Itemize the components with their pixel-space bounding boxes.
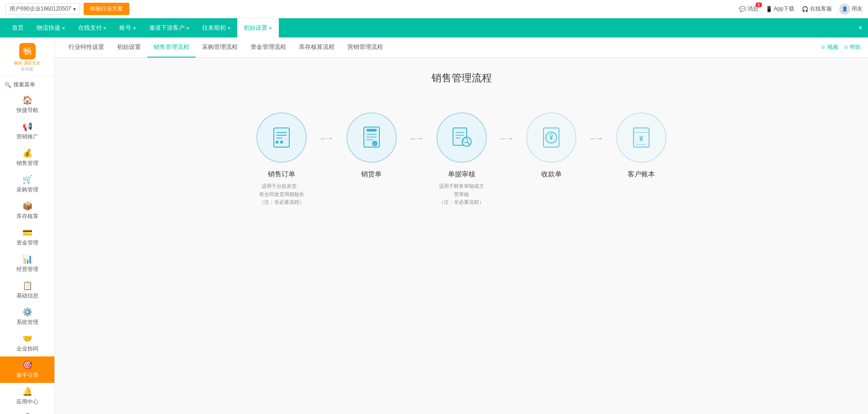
- top-bar-right: 💬 消息 6 📱 App下载 🎧 在线客服 👤 用友: [739, 4, 863, 15]
- sidebar-item-label: 经营管理: [16, 265, 38, 273]
- nav-period-label: 往来期初: [202, 24, 226, 32]
- flow-step-customer-ledger: ¥ 客户账本: [605, 112, 678, 182]
- svg-rect-5: [280, 141, 283, 143]
- sub-tab-purchase-flow-label: 采购管理流程: [202, 43, 238, 51]
- help-btn[interactable]: ⊙ 帮助: [844, 43, 861, 51]
- sub-tab-inventory-flow[interactable]: 库存核算流程: [293, 37, 341, 58]
- nav-invite[interactable]: 邀请下游客户 ×: [143, 18, 196, 37]
- enterprise-collab-icon: 🤝: [22, 334, 32, 344]
- sub-tab-sales-flow[interactable]: 销售管理流程: [147, 37, 196, 58]
- sidebar-item-newbie-guide[interactable]: 🎯 新手引导: [0, 356, 54, 383]
- user-avatar-item[interactable]: 👤 用友: [839, 4, 863, 15]
- service-item[interactable]: 🎧 在线客服: [802, 5, 832, 13]
- sidebar-item-inventory[interactable]: 📦 库存核算: [0, 197, 54, 224]
- sidebar-item-label: 系统管理: [16, 318, 38, 326]
- flow-circle-sales-order[interactable]: [256, 112, 307, 163]
- svg-rect-4: [276, 141, 278, 143]
- flow-step-doc-review-desc: 适用于财务审核或主管审核（注：非必要流程）: [439, 182, 484, 207]
- marketing-icon: 📢: [22, 122, 32, 132]
- basic-info-icon: 📋: [22, 281, 32, 291]
- sidebar-logo: 畅 畅库·酒好生意 标准版: [0, 39, 54, 76]
- doc-review-icon: [449, 125, 474, 150]
- nav-close-button[interactable]: ×: [858, 24, 863, 32]
- flow-circle-doc-review[interactable]: [437, 112, 487, 163]
- dropdown-icon: ▾: [73, 6, 76, 12]
- app-download-item[interactable]: 📱 App下载: [766, 5, 794, 13]
- inventory-icon: 📦: [22, 201, 32, 211]
- top-bar: 用户690企业1660120507 ▾ 体验行业方案 💬 消息 6 📱 App下…: [0, 0, 868, 18]
- sidebar-item-enterprise-collab[interactable]: 🤝 企业协同: [0, 330, 54, 356]
- sidebar-logo-icon: 畅: [19, 43, 36, 59]
- page-title: 销售管理流程: [431, 71, 492, 85]
- sidebar-item-quick-nav[interactable]: 🏠 快捷导航: [0, 91, 54, 118]
- svg-text:¥: ¥: [639, 135, 643, 143]
- video-btn[interactable]: ⊙ 视频: [821, 43, 838, 51]
- purchase-icon: 🛒: [22, 175, 32, 185]
- sidebar-item-sales[interactable]: 💰 销售管理: [0, 144, 54, 171]
- sidebar-item-enterprise-wechat[interactable]: 💬 企业微信: [0, 409, 54, 414]
- newbie-guide-icon: 🎯: [22, 360, 32, 370]
- nav-init-settings[interactable]: 初始设置 ×: [237, 18, 279, 37]
- sub-tab-finance-flow[interactable]: 资金管理流程: [244, 37, 293, 58]
- sidebar-search[interactable]: 🔍 搜索菜单: [0, 78, 54, 91]
- app-icon: 📱: [766, 6, 772, 12]
- page-body: 销售管理流程 销售订单: [55, 58, 868, 414]
- nav-period[interactable]: 往来期初 ×: [196, 18, 237, 37]
- sub-tab-sales-flow-label: 销售管理流程: [154, 43, 189, 51]
- sales-invoice-icon: ✓: [359, 125, 384, 150]
- message-item[interactable]: 💬 消息 6: [739, 5, 758, 13]
- message-badge: 6: [756, 2, 762, 7]
- sidebar-item-label: 库存核算: [16, 212, 38, 220]
- sidebar-item-operations[interactable]: 📊 经营管理: [0, 250, 54, 277]
- sidebar-item-label: 基础信息: [16, 292, 38, 300]
- nav-bar: 首页 物流快递 × 在线支付 × 账号 × 邀请下游客户 × 往来期初 × 初始…: [0, 18, 868, 37]
- receipt-icon: ¥: [539, 125, 564, 150]
- flow-circle-customer-ledger[interactable]: ¥: [616, 112, 666, 163]
- flow-step-sales-invoice: ✓ 销货单: [335, 112, 408, 182]
- flow-arrow-4: ···→: [588, 112, 605, 143]
- sales-icon: 💰: [22, 148, 32, 158]
- nav-period-arrow: ×: [227, 25, 231, 32]
- sub-tab-industry[interactable]: 行业特性设置: [62, 37, 111, 58]
- flow-arrow-2: ···→: [408, 112, 425, 143]
- customer-ledger-icon: ¥: [629, 125, 654, 150]
- flow-step-sales-order-title: 销售订单: [268, 170, 295, 179]
- app-label: App下载: [774, 5, 794, 13]
- sidebar-item-marketing[interactable]: 📢 营销推广: [0, 118, 54, 144]
- nav-payment-arrow: ×: [103, 25, 107, 32]
- nav-account[interactable]: 账号 ×: [113, 18, 143, 37]
- nav-home[interactable]: 首页: [5, 18, 30, 37]
- sub-tab-purchase-flow[interactable]: 采购管理流程: [196, 37, 244, 58]
- flow-arrow-1: ···→: [318, 112, 335, 143]
- nav-logistics[interactable]: 物流快递 ×: [30, 18, 72, 37]
- flow-arrow-3: ···→: [498, 112, 515, 143]
- sidebar-item-app-center[interactable]: 🔔 应用中心: [0, 383, 54, 409]
- sidebar-item-finance[interactable]: 💳 资金管理: [0, 224, 54, 250]
- user-selector[interactable]: 用户690企业1660120507 ▾: [5, 3, 80, 15]
- app-center-icon: 🔔: [22, 387, 32, 397]
- flow-circle-sales-invoice[interactable]: ✓: [346, 112, 397, 163]
- trial-button[interactable]: 体验行业方案: [84, 3, 129, 15]
- nav-invite-label: 邀请下游客户: [149, 24, 185, 32]
- sidebar-item-label: 应用中心: [16, 398, 38, 406]
- sidebar-item-basic-info[interactable]: 📋 基础信息: [0, 277, 54, 303]
- sub-tab-marketing-flow[interactable]: 营销管理流程: [341, 37, 389, 58]
- nav-payment[interactable]: 在线支付 ×: [72, 18, 113, 37]
- nav-logistics-label: 物流快递: [37, 24, 60, 32]
- sidebar-item-label: 新手引导: [16, 372, 38, 379]
- svg-text:✓: ✓: [373, 142, 376, 146]
- nav-invite-arrow: ×: [186, 25, 190, 32]
- sub-tabs: 行业特性设置 初始设置 销售管理流程 采购管理流程 资金管理流程 库存核算流程 …: [55, 37, 868, 58]
- flow-step-sales-order: 销售订单 适用于分批发货、有合同发货周期较长（注：非必要流程）: [245, 112, 318, 207]
- flow-step-doc-review-title: 单据审核: [448, 170, 475, 179]
- sidebar-item-system[interactable]: ⚙️ 系统管理: [0, 303, 54, 330]
- user-label: 用户690企业1660120507: [10, 5, 71, 13]
- sub-tab-init[interactable]: 初始设置: [111, 37, 147, 58]
- sidebar-logo-text2: 标准版: [21, 66, 33, 72]
- service-label: 在线客服: [810, 5, 832, 13]
- flow-circle-receipt[interactable]: ¥: [526, 112, 576, 163]
- flow-step-sales-order-desc: 适用于分批发货、有合同发货周期较长（注：非必要流程）: [259, 182, 304, 207]
- sidebar-item-purchase[interactable]: 🛒 采购管理: [0, 171, 54, 197]
- svg-text:¥: ¥: [549, 134, 553, 141]
- sub-tab-init-label: 初始设置: [117, 43, 141, 51]
